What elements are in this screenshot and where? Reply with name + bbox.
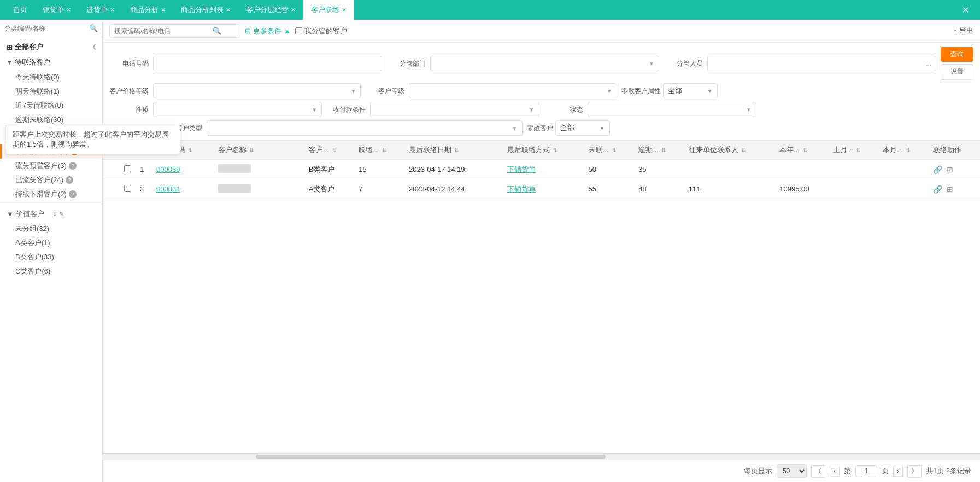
last-month-sort-icon[interactable]: ⇅ (856, 147, 860, 153)
no-contact-sort-icon[interactable]: ⇅ (612, 147, 616, 153)
col-last-contact-date: 最后联络日期 ⇅ (404, 141, 503, 160)
row2-code-link[interactable]: 000031 (156, 185, 180, 193)
customer-search-icon[interactable]: 🔍 (213, 27, 221, 35)
row2-last-way-link[interactable]: 下销货单 (507, 185, 536, 193)
row2-code: 000031 (152, 179, 214, 199)
nav-item-product-analysis[interactable]: 商品分析 ✕ (122, 0, 173, 20)
customer-type-select[interactable]: ▼ (207, 120, 523, 136)
this-year-sort-icon[interactable]: ⇅ (803, 147, 807, 153)
sidebar-today-pending[interactable]: 今天待联络(0) (0, 70, 102, 84)
row2-level: A类客户 (304, 179, 355, 199)
horizontal-scrollbar-thumb[interactable] (256, 455, 606, 459)
payment-select[interactable]: ▼ (370, 102, 539, 117)
nav-item-customer-segment[interactable]: 客户分层经营 ✕ (238, 0, 303, 20)
sidebar-loss-pre[interactable]: 流失预警客户(3) ? (0, 159, 102, 173)
nav-close-customer-segment[interactable]: ✕ (291, 7, 296, 14)
row1-last-way-link[interactable]: 下销货单 (507, 165, 536, 173)
nav-item-home[interactable]: 首页 (5, 0, 35, 20)
nav-close-customer-contact[interactable]: ✕ (342, 7, 347, 14)
page-input[interactable] (855, 465, 877, 477)
filter-row-4: ... 客户类型 ▼ 零散客户 全部 ▼ (109, 120, 973, 136)
first-page-btn[interactable]: 《 (811, 465, 825, 478)
nav-item-sales[interactable]: 销货单 ✕ (35, 0, 79, 20)
nav-close-product-list[interactable]: ✕ (226, 7, 231, 14)
next-page-btn[interactable]: › (893, 466, 903, 477)
export-icon: ↑ (954, 27, 958, 35)
retail-attr-select[interactable]: 全部 ▼ (663, 83, 718, 98)
sidebar-already-lost[interactable]: 已流失客户(24) ? (0, 173, 102, 187)
sidebar-tomorrow-pending[interactable]: 明天待联络(1) (0, 84, 102, 98)
last-page-btn[interactable]: 》 (907, 465, 922, 478)
status-select[interactable]: ▼ (588, 102, 756, 117)
status-down-arrow: ▼ (746, 107, 752, 113)
sidebar-a-class[interactable]: A类客户(1) (0, 236, 102, 250)
prev-page-btn[interactable]: ‹ (830, 466, 840, 477)
row2-no-contact: 55 (584, 179, 635, 199)
row1-code-link[interactable]: 000039 (156, 165, 180, 173)
my-customers-checkbox-input[interactable] (295, 27, 302, 34)
page-size-select[interactable]: 50 100 (777, 464, 807, 478)
window-close-button[interactable]: ✕ (956, 5, 975, 15)
nav-close-purchase[interactable]: ✕ (110, 7, 115, 14)
customer-table: ⚙ 客户编码 ⇅ 客户名称 (103, 141, 980, 199)
nav-item-product-list[interactable]: 商品分析列表 ✕ (173, 0, 238, 20)
table-wrapper: ⚙ 客户编码 ⇅ 客户名称 (103, 141, 980, 453)
overdue-sort-icon[interactable]: ⇅ (661, 147, 666, 153)
row2-link-icon[interactable]: 🔗 (933, 185, 942, 194)
sidebar-ungroup[interactable]: 未分组(32) (0, 222, 102, 236)
row1-grid-icon[interactable]: ⊞ (947, 165, 953, 174)
page-end-label: 页 (882, 466, 889, 476)
col-company-contact: 往来单位联系人 ⇅ (684, 141, 776, 160)
customer-search-input[interactable] (114, 27, 213, 35)
sidebar-7days-pending[interactable]: 近7天待联络(0) (0, 98, 102, 113)
nav-close-sales[interactable]: ✕ (66, 7, 71, 14)
already-lost-info-icon[interactable]: ? (66, 176, 73, 184)
loss-pre-info-icon[interactable]: ? (69, 162, 77, 170)
value-customers-edit-icon[interactable]: ✎ (59, 211, 64, 218)
gender-select[interactable]: ▼ (153, 102, 322, 117)
row1-last-contact-way: 下销货单 (503, 160, 584, 179)
row2-grid-icon[interactable]: ⊞ (947, 185, 953, 194)
my-customers-checkbox[interactable]: 我分管的客户 (295, 26, 347, 36)
sidebar-collapse-icon[interactable]: 《 (90, 43, 96, 51)
contact-count-sort-icon[interactable]: ⇅ (382, 147, 386, 153)
company-contact-sort-icon[interactable]: ⇅ (741, 147, 746, 153)
value-customers-circle-icon[interactable]: ○ (53, 211, 57, 217)
nav-item-customer-contact[interactable]: 客户联络 ✕ (303, 0, 354, 20)
sidebar-pending-contact-label[interactable]: ▼ 待联络客户 (0, 55, 102, 70)
horizontal-scrollbar[interactable] (103, 453, 980, 460)
level-sort-icon[interactable]: ⇅ (332, 147, 336, 153)
customer-level-select[interactable]: ▼ (409, 83, 617, 98)
sidebar-b-class[interactable]: B类客户(33) (0, 250, 102, 264)
sidebar-search-input[interactable] (4, 25, 87, 32)
query-button[interactable]: 查询 (941, 47, 973, 62)
last-way-sort-icon[interactable]: ⇅ (553, 147, 557, 153)
nav-item-purchase[interactable]: 进货单 ✕ (79, 0, 122, 20)
row2-checkbox-input[interactable] (124, 185, 131, 192)
dept-select[interactable]: ▼ (430, 56, 659, 71)
declining-info-icon[interactable]: ? (69, 190, 77, 198)
pagination-bar: 每页显示 50 100 《 ‹ 第 页 › 》 共1页 2条记录 (103, 460, 980, 482)
dept-down-arrow: ▼ (649, 61, 654, 67)
sidebar-search-icon[interactable]: 🔍 (89, 24, 98, 32)
phone-input[interactable] (153, 56, 382, 71)
name-sort-icon[interactable]: ⇅ (249, 147, 254, 153)
row1-link-icon[interactable]: 🔗 (933, 165, 942, 174)
sidebar-all-customers[interactable]: ⊞ 全部客户 《 (0, 39, 102, 55)
retail-customer-select[interactable]: 全部 ▼ (555, 120, 610, 136)
filter-phone: 电话号码 (109, 56, 382, 71)
sidebar-declining[interactable]: 持续下滑客户(2) ? (0, 187, 102, 201)
this-month-sort-icon[interactable]: ⇅ (906, 147, 910, 153)
last-date-sort-icon[interactable]: ⇅ (454, 147, 459, 153)
manager-select[interactable]: … (707, 56, 936, 71)
manager-more-icon[interactable]: … (926, 61, 931, 67)
export-button[interactable]: ↑ 导出 (954, 26, 974, 36)
row1-checkbox-input[interactable] (124, 165, 131, 172)
settings-button[interactable]: 设置 (941, 64, 973, 80)
filter-row-2: 客户价格等级 ▼ 客户等级 ▼ 零散客户属性 全部 (109, 83, 973, 98)
nav-close-product-analysis[interactable]: ✕ (161, 7, 166, 14)
code-sort-icon[interactable]: ⇅ (187, 147, 192, 153)
sidebar-c-class[interactable]: C类客户(6) (0, 264, 102, 278)
more-conditions-btn[interactable]: ⊞ 更多条件 ▲ (245, 26, 291, 36)
price-level-select[interactable]: ▼ (153, 83, 361, 98)
